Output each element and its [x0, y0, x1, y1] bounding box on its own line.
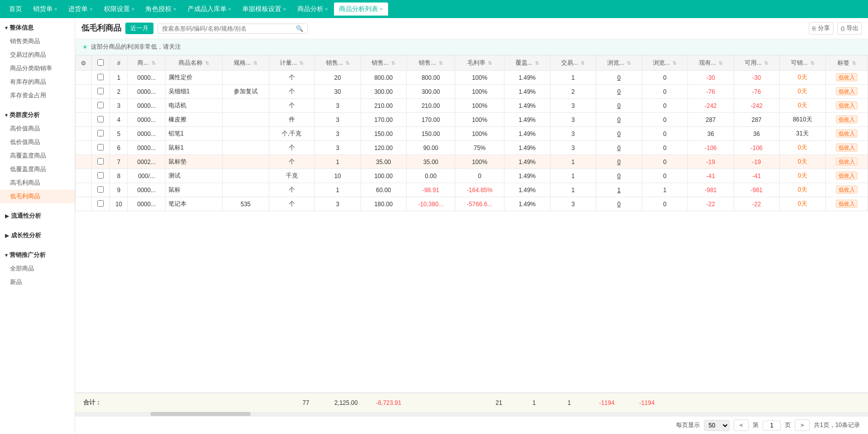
nav-close-sales[interactable]: × — [54, 6, 57, 12]
nav-close-purchase[interactable]: × — [89, 6, 92, 12]
sidebar-item-high-coverage[interactable]: 高覆盖度商品 — [0, 149, 75, 163]
row-view1[interactable]: 0 — [596, 113, 642, 127]
page-input[interactable] — [763, 420, 781, 430]
row-select-checkbox[interactable] — [97, 158, 104, 165]
row-checkbox[interactable] — [92, 71, 110, 85]
sidebar-group-group[interactable]: ▾ 类群度分析 — [0, 108, 75, 122]
row-select-checkbox[interactable] — [97, 200, 104, 207]
scrollbar-thumb[interactable] — [150, 412, 251, 416]
row-checkbox[interactable] — [92, 127, 110, 141]
row-checkbox[interactable] — [92, 155, 110, 169]
sidebar-group-marketing[interactable]: ▾ 营销推广分析 — [0, 248, 75, 262]
row-name[interactable]: 鼠标 — [165, 183, 222, 197]
row-view1[interactable]: 0 — [596, 71, 642, 85]
page-size-select[interactable]: 50 100 200 — [704, 420, 730, 431]
sidebar-item-low-margin[interactable]: 低毛利商品 — [0, 190, 75, 203]
row-select-checkbox[interactable] — [97, 116, 104, 122]
nav-close-analysis-list[interactable]: × — [380, 6, 383, 12]
col-trade[interactable]: 交易... ⇅ — [550, 56, 596, 71]
row-checkbox[interactable] — [92, 85, 110, 99]
sidebar-item-in-stock[interactable]: 有库存的商品 — [0, 75, 75, 89]
col-name[interactable]: 商品名称 ⇅ — [165, 56, 222, 71]
row-select-checkbox[interactable] — [97, 102, 104, 108]
row-checkbox[interactable] — [92, 183, 110, 197]
col-spec[interactable]: 规格... ⇅ — [222, 56, 269, 71]
row-view1[interactable]: 0 — [596, 197, 642, 211]
nav-analysis-list[interactable]: 商品分析列表 × — [334, 3, 388, 16]
sidebar-item-low-coverage[interactable]: 低覆盖度商品 — [0, 163, 75, 176]
sidebar-item-category-rate[interactable]: 商品分类助销率 — [0, 62, 75, 75]
sidebar-item-all-products[interactable]: 全部商品 — [0, 262, 75, 275]
col-coverage[interactable]: 覆盖... ⇅ — [504, 56, 551, 71]
row-view1[interactable]: 0 — [596, 169, 642, 183]
sidebar-group-flow[interactable]: ▶ 流通性分析 — [0, 209, 75, 223]
sidebar-group-overview[interactable]: ▾ 整体信息 — [0, 21, 75, 35]
row-view1[interactable]: 1 — [596, 183, 642, 197]
nav-home[interactable]: 首页 — [4, 3, 27, 16]
col-checkbox-all[interactable] — [92, 56, 110, 71]
col-gross-rate[interactable]: 毛利率 ⇅ — [455, 56, 504, 71]
row-checkbox[interactable] — [92, 99, 110, 113]
row-select-checkbox[interactable] — [97, 88, 104, 94]
nav-production[interactable]: 产成品入库单 × — [183, 3, 236, 16]
nav-close-roles[interactable]: × — [173, 6, 176, 12]
row-select-checkbox[interactable] — [97, 74, 104, 80]
col-view1[interactable]: 浏览... ⇅ — [596, 56, 642, 71]
sidebar-item-sales-products[interactable]: 销售类商品 — [0, 35, 75, 48]
col-view2[interactable]: 浏览... ⇅ — [642, 56, 688, 71]
row-select-checkbox[interactable] — [97, 130, 104, 136]
row-select-checkbox[interactable] — [97, 172, 104, 179]
nav-roles[interactable]: 角色授权 × — [140, 3, 181, 16]
sidebar-item-new-products[interactable]: 新品 — [0, 275, 75, 289]
nav-permissions[interactable]: 权限设置 × — [99, 3, 139, 16]
row-checkbox[interactable] — [92, 141, 110, 155]
sidebar-item-high-value[interactable]: 高价值商品 — [0, 122, 75, 135]
col-current[interactable]: 现有... ⇅ — [688, 56, 734, 71]
export-button[interactable]: ⎙ 导出 — [837, 22, 862, 35]
sidebar-group-growth[interactable]: ▶ 成长性分析 — [0, 229, 75, 242]
row-checkbox[interactable] — [92, 169, 110, 183]
col-tag[interactable]: 标签 ⇅ — [825, 56, 868, 71]
next-page-button[interactable]: ＞ — [795, 419, 810, 431]
sidebar-item-traded[interactable]: 交易过的商品 — [0, 48, 75, 62]
sidebar-item-high-margin[interactable]: 高毛利商品 — [0, 176, 75, 190]
row-name[interactable]: 笔记本 — [165, 197, 222, 211]
row-name[interactable]: 测试 — [165, 169, 222, 183]
sidebar-item-low-value[interactable]: 低价值商品 — [0, 135, 75, 149]
row-select-checkbox[interactable] — [97, 186, 104, 193]
row-name[interactable]: 鼠标垫 — [165, 155, 222, 169]
horizontal-scrollbar[interactable] — [75, 412, 868, 416]
row-view1[interactable]: 0 — [596, 99, 642, 113]
time-filter-button[interactable]: 近一月 — [125, 23, 153, 34]
col-available[interactable]: 可用... ⇅ — [734, 56, 780, 71]
col-sales-price[interactable]: 销售... ⇅ — [361, 56, 407, 71]
search-input[interactable] — [162, 25, 296, 32]
prev-page-button[interactable]: ＜ — [734, 419, 749, 431]
col-settings[interactable]: ⚙ — [76, 56, 92, 71]
row-view1[interactable]: 0 — [596, 85, 642, 99]
row-checkbox[interactable] — [92, 197, 110, 211]
nav-close-template[interactable]: × — [283, 6, 286, 12]
nav-analysis[interactable]: 商品分析 × — [292, 3, 333, 16]
row-name[interactable]: 铅笔1 — [165, 127, 222, 141]
col-saleable[interactable]: 可销... ⇅ — [780, 56, 826, 71]
col-sales-qty[interactable]: 销售... ⇅ — [315, 56, 361, 71]
nav-close-permissions[interactable]: × — [131, 6, 134, 12]
row-view1[interactable]: 0 — [596, 141, 642, 155]
nav-sales[interactable]: 销货单 × — [28, 3, 62, 16]
row-name[interactable]: 吴细细1 — [165, 85, 222, 99]
nav-template[interactable]: 单据模板设置 × — [237, 3, 291, 16]
sidebar-item-stock-capital[interactable]: 库存资金占用 — [0, 89, 75, 102]
select-all-checkbox[interactable] — [97, 59, 104, 66]
col-code[interactable]: 商... ⇅ — [128, 56, 165, 71]
row-name[interactable]: 属性定价 — [165, 71, 222, 85]
col-sales-amount[interactable]: 销售... ⇅ — [407, 56, 455, 71]
search-icon[interactable]: 🔍 — [296, 25, 303, 32]
table-wrapper[interactable]: ⚙ # 商... ⇅ 商品名称 ⇅ 规格... ⇅ 计量... ⇅ 销售... … — [75, 55, 868, 392]
row-name[interactable]: 电话机 — [165, 99, 222, 113]
col-unit[interactable]: 计量... ⇅ — [269, 56, 315, 71]
row-name[interactable]: 鼠标1 — [165, 141, 222, 155]
row-checkbox[interactable] — [92, 113, 110, 127]
row-view1[interactable]: 0 — [596, 155, 642, 169]
nav-close-production[interactable]: × — [228, 6, 231, 12]
